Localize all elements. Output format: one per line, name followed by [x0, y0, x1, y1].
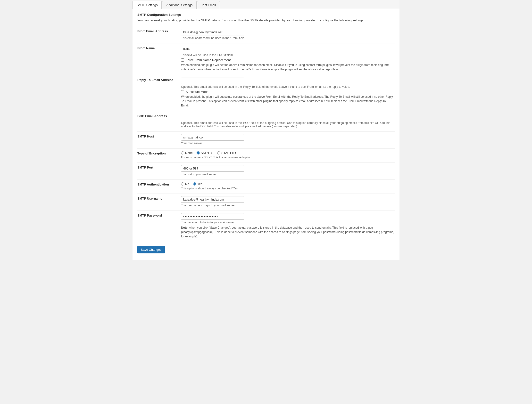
- smtp-port-input[interactable]: [181, 165, 244, 172]
- encryption-none-label[interactable]: None: [185, 151, 193, 155]
- encryption-starttls-label[interactable]: STARTTLS: [221, 151, 237, 155]
- smtp-host-help: Your mail server: [181, 142, 395, 145]
- encryption-starttls-radio[interactable]: [217, 151, 220, 154]
- from-email-label: From Email Address: [137, 29, 168, 33]
- save-changes-button[interactable]: Save Changes: [137, 246, 165, 253]
- smtp-username-help: The username to login to your mail serve…: [181, 204, 395, 207]
- row-from-email: From Email Address This email address wi…: [137, 26, 395, 43]
- encryption-ssltls-radio[interactable]: [197, 151, 200, 154]
- from-name-help: This text will be used in the 'FROM' fie…: [181, 53, 395, 57]
- bcc-label: BCC Email Address: [137, 114, 167, 118]
- content-area: SMTP Configuration Settings You can requ…: [133, 9, 399, 260]
- row-smtp-host: SMTP Host Your mail server: [137, 132, 395, 149]
- substitute-mode-row: Substitute Mode: [181, 90, 395, 94]
- encryption-radio-group: None SSL/TLS STARTTLS: [181, 151, 395, 155]
- note-body: when you click "Save Changes", your actu…: [181, 226, 394, 238]
- smtp-auth-no-label[interactable]: No: [185, 182, 189, 186]
- row-smtp-password: SMTP Password The password to login to y…: [137, 211, 395, 242]
- row-reply-to: Reply-To Email Address Optional. This em…: [137, 75, 395, 111]
- from-name-input[interactable]: [181, 46, 244, 52]
- substitute-mode-label[interactable]: Substitute Mode: [186, 90, 208, 94]
- encryption-ssltls: SSL/TLS: [197, 151, 213, 155]
- page-wrapper: SMTP Settings Additional Settings Test E…: [133, 0, 399, 260]
- reply-to-input[interactable]: [181, 78, 244, 84]
- smtp-port-label: SMTP Port: [137, 166, 153, 169]
- bcc-input[interactable]: [181, 114, 244, 120]
- smtp-password-label: SMTP Password: [137, 214, 162, 217]
- row-from-name: From Name This text will be used in the …: [137, 43, 395, 75]
- smtp-host-input[interactable]: [181, 134, 244, 141]
- smtp-auth-no: No: [181, 182, 189, 186]
- smtp-auth-yes: Yes: [193, 182, 202, 186]
- encryption-ssltls-label[interactable]: SSL/TLS: [201, 151, 213, 155]
- smtp-auth-no-radio[interactable]: [181, 182, 184, 186]
- tab-test-email[interactable]: Test Email: [197, 1, 220, 9]
- smtp-host-label: SMTP Host: [137, 135, 154, 138]
- smtp-password-input[interactable]: [181, 213, 244, 220]
- smtp-auth-radio-group: No Yes: [181, 182, 395, 186]
- encryption-none: None: [181, 151, 193, 155]
- smtp-auth-help: This options should always be checked 'Y…: [181, 187, 395, 190]
- from-name-label: From Name: [137, 46, 155, 50]
- smtp-auth-yes-label[interactable]: Yes: [197, 182, 202, 186]
- smtp-password-help: The password to login to your mail serve…: [181, 221, 395, 224]
- tab-additional[interactable]: Additional Settings: [162, 1, 197, 9]
- note-label: Note:: [181, 226, 189, 229]
- substitute-mode-description: When enabled, the plugin will substitute…: [181, 95, 395, 108]
- reply-to-label: Reply-To Email Address: [137, 78, 173, 82]
- from-email-help: This email address will be used in the '…: [181, 36, 395, 40]
- smtp-auth-yes-radio[interactable]: [193, 182, 196, 186]
- form-table: From Email Address This email address wi…: [137, 26, 395, 242]
- force-from-name-description: When enabled, the plugin will set the ab…: [181, 63, 395, 72]
- reply-to-help: Optional. This email address will be use…: [181, 85, 395, 89]
- smtp-username-label: SMTP Username: [137, 197, 162, 200]
- row-smtp-port: SMTP Port The port to your mail server: [137, 163, 395, 180]
- bcc-help: Optional. This email address will be use…: [181, 121, 395, 128]
- row-smtp-username: SMTP Username The username to login to y…: [137, 194, 395, 211]
- smtp-port-help: The port to your mail server: [181, 173, 395, 176]
- row-bcc: BCC Email Address Optional. This email a…: [137, 111, 395, 132]
- encryption-label: Type of Encryption: [137, 152, 166, 155]
- encryption-none-radio[interactable]: [181, 151, 184, 154]
- smtp-password-note: Note: when you click "Save Changes", you…: [181, 226, 395, 239]
- row-encryption: Type of Encryption None SSL/TLS: [137, 149, 395, 163]
- substitute-mode-checkbox[interactable]: [181, 90, 184, 93]
- tabs-container: SMTP Settings Additional Settings Test E…: [133, 0, 399, 9]
- smtp-auth-label: SMTP Authentication: [137, 183, 169, 186]
- section-description: You can request your hosting provider fo…: [137, 18, 395, 22]
- force-from-name-row: Force From Name Replacement: [181, 58, 395, 62]
- encryption-starttls: STARTTLS: [217, 151, 237, 155]
- force-from-name-checkbox[interactable]: [181, 58, 184, 62]
- from-email-input[interactable]: [181, 29, 244, 35]
- encryption-help: For most servers SSL/TLS is the recommen…: [181, 156, 395, 159]
- smtp-username-input[interactable]: [181, 196, 244, 203]
- tab-smtp[interactable]: SMTP Settings: [133, 1, 162, 9]
- row-smtp-auth: SMTP Authentication No Yes: [137, 180, 395, 194]
- force-from-name-checkbox-label[interactable]: Force From Name Replacement: [186, 58, 231, 62]
- section-title: SMTP Configuration Settings: [137, 13, 395, 16]
